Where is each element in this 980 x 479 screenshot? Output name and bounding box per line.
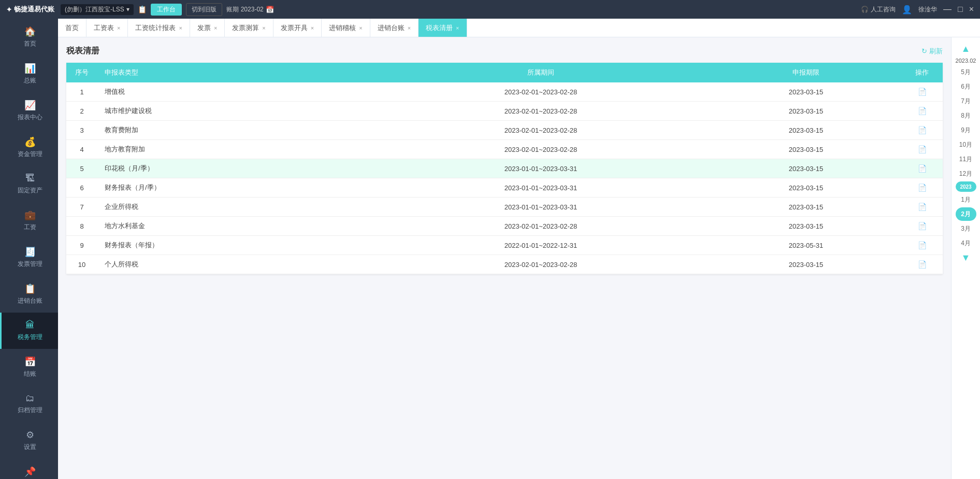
- action-icon-view[interactable]: 📄: [918, 203, 927, 211]
- sidebar-item-closing[interactable]: 📅 结账: [0, 349, 58, 386]
- timeline-month-2[interactable]: 2月: [956, 207, 976, 221]
- action-icon-view[interactable]: 📄: [918, 222, 927, 230]
- action-icon-view[interactable]: 📄: [918, 88, 927, 96]
- sidebar-label-reports: 报表中心: [18, 113, 42, 122]
- window-maximize[interactable]: □: [958, 5, 963, 14]
- table-row: 4 地方教育附加 2023-02-01~2023-02-28 2023-03-1…: [66, 140, 943, 159]
- timeline-month-3[interactable]: 3月: [956, 222, 976, 235]
- tab-tax-clear[interactable]: 税表清册 ×: [419, 19, 467, 37]
- cell-action: 📄: [901, 121, 943, 140]
- timeline-scroll-up[interactable]: ▲: [959, 41, 973, 57]
- sidebar-item-salary[interactable]: 💼 工资: [0, 202, 58, 239]
- sidebar-item-reports[interactable]: 📈 报表中心: [0, 92, 58, 129]
- window-close[interactable]: ×: [969, 5, 974, 14]
- tab-home[interactable]: 首页: [58, 19, 87, 37]
- user-service[interactable]: 🎧 人工咨询: [861, 5, 896, 14]
- sidebar-label-closing: 结账: [24, 370, 36, 378]
- timeline-month-5[interactable]: 5月: [956, 65, 976, 79]
- sidebar-item-archive[interactable]: 🗂 归档管理: [0, 386, 58, 422]
- window-minimize[interactable]: —: [943, 5, 952, 14]
- tab-label-purchase-audit: 进销稽核: [329, 23, 356, 33]
- cell-action: 📄: [901, 198, 943, 217]
- sidebar-item-ledger[interactable]: 📊 总账: [0, 55, 58, 92]
- tab-label-salary-table: 工资表: [94, 23, 114, 33]
- sidebar-item-settings[interactable]: ⚙ 设置: [0, 422, 58, 459]
- timeline-month-8[interactable]: 8月: [956, 109, 976, 122]
- tax-table: 序号 申报表类型 所属期间 申报期限 操作 1 增值税 2023-02-01~2…: [66, 63, 943, 274]
- action-icon-view[interactable]: 📄: [918, 126, 927, 134]
- timeline-month-11[interactable]: 11月: [956, 152, 976, 166]
- timeline-year-2023: 2023: [956, 181, 976, 192]
- tab-label-tax-clear: 税表清册: [426, 23, 453, 33]
- tab-purchase-ledger[interactable]: 进销台账 ×: [370, 19, 419, 37]
- tab-purchase-audit[interactable]: 进销稽核 ×: [322, 19, 370, 37]
- action-icon-view[interactable]: 📄: [918, 241, 927, 249]
- tab-salary-stat[interactable]: 工资统计报表 ×: [128, 19, 190, 37]
- timeline-month-12[interactable]: 12月: [956, 167, 976, 180]
- tab-label-salary-stat: 工资统计报表: [135, 23, 176, 33]
- sidebar-item-funds[interactable]: 💰 资金管理: [0, 129, 58, 166]
- cell-period: 2023-01-01~2023-03-31: [371, 178, 711, 198]
- timeline-month-10[interactable]: 10月: [956, 138, 976, 151]
- cell-action: 📄: [901, 217, 943, 236]
- tab-close-purchase-audit[interactable]: ×: [359, 25, 362, 31]
- refresh-button[interactable]: ↻ 刷新: [921, 47, 943, 56]
- sidebar-label-ledger: 总账: [24, 76, 36, 85]
- company-selector[interactable]: (勿删）江西股宝-LSS ▾: [61, 4, 134, 15]
- action-icon-view[interactable]: 📄: [918, 164, 927, 173]
- tab-close-invoice-calc[interactable]: ×: [262, 25, 265, 31]
- cell-period: 2023-02-01~2023-02-28: [371, 255, 711, 274]
- switch-button[interactable]: 切到旧版: [186, 3, 222, 16]
- tab-invoice-calc[interactable]: 发票测算 ×: [225, 19, 273, 37]
- cell-action: 📄: [901, 82, 943, 102]
- tab-close-invoice[interactable]: ×: [214, 25, 217, 31]
- timeline-month-1[interactable]: 1月: [956, 193, 976, 206]
- tab-close-purchase-ledger[interactable]: ×: [408, 25, 411, 31]
- timeline-scroll-down[interactable]: ▼: [959, 250, 973, 265]
- sidebar-item-home[interactable]: 🏠 首页: [0, 19, 58, 55]
- action-icon-view[interactable]: 📄: [918, 107, 927, 115]
- action-icon-view[interactable]: 📄: [918, 260, 927, 269]
- tab-invoice-open[interactable]: 发票开具 ×: [273, 19, 322, 37]
- workbench-button[interactable]: 工作台: [151, 4, 182, 16]
- cell-type: 地方教育附加: [97, 140, 371, 159]
- tab-close-salary-table[interactable]: ×: [117, 25, 120, 31]
- cell-action: 📄: [901, 102, 943, 121]
- timeline-month-4[interactable]: 4月: [956, 236, 976, 250]
- timeline-month-9[interactable]: 9月: [956, 123, 976, 137]
- timeline-month-7[interactable]: 7月: [956, 94, 976, 108]
- cell-seq: 1: [66, 82, 97, 102]
- cell-deadline: 2023-05-31: [711, 236, 901, 255]
- headset-icon: 🎧: [861, 6, 869, 13]
- page-header: 税表清册 ↻ 刷新: [66, 46, 943, 57]
- action-icon-view[interactable]: 📄: [918, 184, 927, 192]
- period-value: 2023-02: [241, 6, 264, 13]
- timeline-month-6[interactable]: 6月: [956, 80, 976, 93]
- tab-close-tax-clear[interactable]: ×: [456, 25, 459, 31]
- logo-text: 畅捷通易代账: [14, 5, 54, 14]
- calendar-icon[interactable]: 📋: [138, 5, 147, 13]
- table-row: 8 地方水利基金 2023-02-01~2023-02-28 2023-03-1…: [66, 217, 943, 236]
- fixed-assets-icon: 🏗: [25, 173, 35, 184]
- sidebar-item-guide[interactable]: 📌 新手引导: [0, 459, 58, 479]
- cell-deadline: 2023-03-15: [711, 82, 901, 102]
- tab-close-salary-stat[interactable]: ×: [179, 25, 182, 31]
- period-label: 账期: [226, 5, 239, 14]
- top-bar: ✦ 畅捷通易代账 (勿删）江西股宝-LSS ▾ 📋 工作台 切到旧版 账期 20…: [0, 0, 980, 19]
- cell-type: 企业所得税: [97, 198, 371, 217]
- guide-icon: 📌: [24, 466, 36, 477]
- page-content: 税表清册 ↻ 刷新 序号 申报表类型 所属期间 申报期限 操作: [58, 37, 980, 479]
- cell-seq: 2: [66, 102, 97, 121]
- timeline-panel: ▲ 2023.02 5月 6月 7月 8月 9月 10月 11月 12月 202…: [951, 37, 980, 479]
- action-icon-view[interactable]: 📄: [918, 145, 927, 153]
- tab-invoice[interactable]: 发票 ×: [190, 19, 225, 37]
- sidebar-item-fixed-assets[interactable]: 🏗 固定资产: [0, 166, 58, 202]
- tab-close-invoice-open[interactable]: ×: [311, 25, 314, 31]
- sidebar-item-invoice-mgmt[interactable]: 🧾 发票管理: [0, 239, 58, 276]
- cell-type: 教育费附加: [97, 121, 371, 140]
- sidebar-item-tax-mgmt[interactable]: 🏛 税务管理: [0, 313, 58, 349]
- sidebar-label-settings: 设置: [24, 443, 36, 452]
- logo-icon: ✦: [6, 6, 12, 13]
- tab-salary-table[interactable]: 工资表 ×: [87, 19, 128, 37]
- sidebar-item-purchase-sales[interactable]: 📋 进销台账: [0, 276, 58, 313]
